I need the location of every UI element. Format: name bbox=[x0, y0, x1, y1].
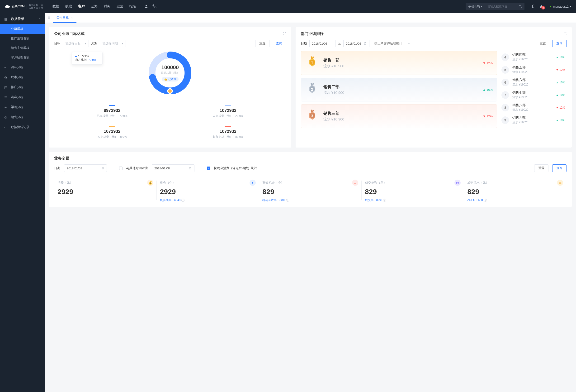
delta: ▲ 10% bbox=[556, 93, 565, 97]
rank-badge: 5 bbox=[501, 66, 509, 74]
chevron-up-icon: ˄ bbox=[39, 18, 40, 20]
sidebar-item-cost[interactable]: ◔成本分析 bbox=[0, 72, 45, 82]
sidebar-group-dashboards[interactable]: ▦ 数据看板 ˄ bbox=[0, 14, 45, 24]
rank-card[interactable]: 2 销售二部流水 ¥10,900 ▲10% bbox=[301, 78, 497, 101]
tab-close-icon[interactable]: ✕ bbox=[71, 16, 73, 19]
sidebar-item-channel[interactable]: ∿渠道分析 bbox=[0, 102, 45, 112]
ov-reset-button[interactable]: 重置 bbox=[534, 164, 548, 172]
ov-date2[interactable]: 2018/01/08🗓 bbox=[152, 164, 195, 172]
sidebar-item-visitor[interactable]: ☰访客分析 bbox=[0, 92, 45, 102]
target-select[interactable]: 请选择目标▾ bbox=[63, 40, 89, 47]
date-separator: 至 bbox=[338, 41, 341, 46]
cash-checkbox[interactable]: ✓ bbox=[207, 167, 210, 170]
visitor-icon: ☰ bbox=[4, 95, 8, 99]
help-icon[interactable]: ? bbox=[181, 199, 184, 202]
user-icon[interactable] bbox=[142, 4, 150, 8]
period-select[interactable]: 请选择周期▾ bbox=[100, 40, 126, 47]
calendar-icon: 🗓 bbox=[364, 42, 367, 45]
donut-value: 100000 bbox=[161, 64, 179, 71]
target-label: 目标 bbox=[54, 41, 60, 46]
nav-ops[interactable]: 运营 bbox=[116, 4, 123, 8]
period-label: 周期 bbox=[91, 41, 97, 46]
target-reset-button[interactable]: 重置 bbox=[255, 40, 269, 47]
hamburger-icon[interactable]: ☰ bbox=[48, 16, 50, 20]
notifications-icon[interactable]: 5 bbox=[537, 4, 545, 8]
tab-company[interactable]: 公司看板 ✕ bbox=[53, 13, 76, 23]
donut-chart: 100000 目标总量（元） 👍 已达成 bbox=[146, 49, 194, 97]
help-icon[interactable]: ? bbox=[484, 199, 487, 202]
rank-date-from[interactable]: 2018/01/08 bbox=[309, 40, 336, 47]
rank-row[interactable]: 8 销售八部流水 ¥19020 ▼ 12% bbox=[500, 101, 567, 114]
funnel-icon: ▾ bbox=[4, 65, 8, 69]
sidebar-item-flow-log[interactable]: ▭数据流转记录 bbox=[0, 122, 45, 132]
overview-grid: 消费（元）💰 2929 机会（个）➤ 2929 机会成本：¥948 ? 有效机会… bbox=[54, 178, 567, 203]
sales-icon: ◎ bbox=[4, 116, 8, 119]
caret-icon: ▾ bbox=[570, 5, 571, 8]
rank-row[interactable]: 5 销售五部流水 ¥19020 ▼ 12% bbox=[500, 64, 567, 76]
log-icon: ▭ bbox=[4, 125, 8, 129]
search-button[interactable] bbox=[516, 5, 524, 8]
rank-row[interactable]: 9 销售九部流水 ¥19020 ▲ 10% bbox=[500, 114, 567, 126]
rank-card[interactable]: 1 销售一部流水 ¥10,900 ▼12% bbox=[301, 51, 497, 75]
rank-rest: 4 销售四部流水 ¥19020 ▲ 10% 5 销售五部流水 ¥19020 ▼ … bbox=[500, 51, 567, 128]
stat-cell: 1072932 超额完成（元）|89.9% bbox=[170, 122, 286, 143]
expand-icon[interactable]: ⛶ bbox=[563, 32, 567, 36]
nav-customers[interactable]: 客户 bbox=[78, 4, 85, 8]
rank-date-label: 日期 bbox=[301, 41, 307, 46]
delta: ▲10% bbox=[483, 88, 493, 91]
ov-date-label: 日期 bbox=[54, 166, 60, 170]
help-icon[interactable]: ? bbox=[383, 199, 386, 202]
rank-query-button[interactable]: 查询 bbox=[552, 40, 567, 47]
expand-icon[interactable]: ⛶ bbox=[283, 32, 286, 36]
rank-reset-button[interactable]: 重置 bbox=[536, 40, 550, 47]
ov-date1[interactable]: 2018/01/08🗓 bbox=[64, 164, 107, 172]
card-ranking: 部门业绩排行 ⛶ 日期 2018/01/08 至 2018/01/08🗓 按工单… bbox=[296, 27, 572, 148]
delta: ▲ 10% bbox=[556, 81, 565, 84]
phone-icon[interactable] bbox=[150, 4, 158, 8]
search-type-select[interactable]: 手机号码▾ bbox=[466, 3, 485, 10]
channel-icon: ∿ bbox=[4, 105, 8, 109]
sidebar-item-sales-mgr[interactable]: 销售主管看板 bbox=[0, 43, 45, 53]
sidebar-item-promo[interactable]: ▤推广分析 bbox=[0, 82, 45, 92]
sidebar: ▦ 数据看板 ˄ 公司看板 推广主管看板 销售主管看板 客户经理看板 ▾漏斗分析… bbox=[0, 13, 45, 392]
delta: ▲ 10% bbox=[556, 119, 565, 122]
overview-cell: 有效机会（个）🛡 829 机会有效率：80% ? bbox=[259, 178, 362, 203]
nav-pool[interactable]: 公海 bbox=[91, 4, 98, 8]
user-menu[interactable]: manager11 ▾ bbox=[550, 5, 571, 8]
target-query-button[interactable]: 查询 bbox=[272, 40, 286, 47]
sidebar-item-sales[interactable]: ◎销售分析 bbox=[0, 112, 45, 122]
donut-label: 目标总量（元） bbox=[161, 71, 179, 75]
rank-badge: 7 bbox=[501, 91, 509, 99]
metric-icon: ▤ bbox=[455, 180, 461, 186]
card-target: 公司业绩目标达成 ⛶ 目标 请选择目标▾ 周期 请选择周期▾ 重置 查询 107… bbox=[49, 27, 291, 148]
card-ranking-title: 部门业绩排行 bbox=[301, 31, 324, 36]
rank-row[interactable]: 7 销售七部流水 ¥19020 ▲ 10% bbox=[500, 89, 567, 101]
nav-data[interactable]: 数据 bbox=[53, 4, 59, 8]
delta: ▼12% bbox=[483, 61, 493, 65]
nav-finance[interactable]: 财务 bbox=[104, 4, 110, 8]
rank-date-to[interactable]: 2018/01/08🗓 bbox=[343, 40, 370, 47]
nav-leads[interactable]: 线索 bbox=[65, 4, 72, 8]
metric-icon: ▭ bbox=[557, 180, 563, 186]
ov-query-button[interactable]: 查询 bbox=[552, 164, 567, 172]
sidebar-item-promo-mgr[interactable]: 推广主管看板 bbox=[0, 34, 45, 43]
sidebar-item-funnel[interactable]: ▾漏斗分析 bbox=[0, 62, 45, 72]
sidebar-item-account-mgr[interactable]: 客户经理看板 bbox=[0, 53, 45, 62]
search-input[interactable] bbox=[485, 5, 516, 8]
mobile-icon[interactable] bbox=[529, 4, 537, 8]
logo-subtitle: 教育机构一站式服务云平台 bbox=[27, 4, 43, 9]
rank-row[interactable]: 6 销售六部流水 ¥19020 ▲ 10% bbox=[500, 76, 567, 88]
rank-groupby-select[interactable]: 按工单客户经理统计▾ bbox=[372, 40, 412, 47]
delta: ▼ 12% bbox=[556, 106, 565, 109]
compare-checkbox[interactable] bbox=[119, 167, 122, 170]
delta: ▲ 10% bbox=[556, 56, 565, 59]
nav-register[interactable]: 报名 bbox=[129, 4, 136, 8]
logo[interactable]: 云朵CRM 教育机构一站式服务云平台 bbox=[5, 4, 43, 9]
card-overview: 业务全景 日期 2018/01/08🗓 与其他时间对比 2018/01/08🗓 … bbox=[49, 152, 572, 207]
rank-card[interactable]: 3 销售三部流水 ¥10,900 ▼12% bbox=[301, 104, 497, 128]
medal-icon: 3 bbox=[305, 109, 319, 123]
help-icon[interactable]: ? bbox=[286, 199, 289, 202]
rank-row[interactable]: 4 销售四部流水 ¥19020 ▲ 10% bbox=[500, 51, 567, 63]
sidebar-item-company[interactable]: 公司看板 bbox=[0, 24, 45, 34]
dashboard-icon: ▦ bbox=[4, 17, 8, 21]
